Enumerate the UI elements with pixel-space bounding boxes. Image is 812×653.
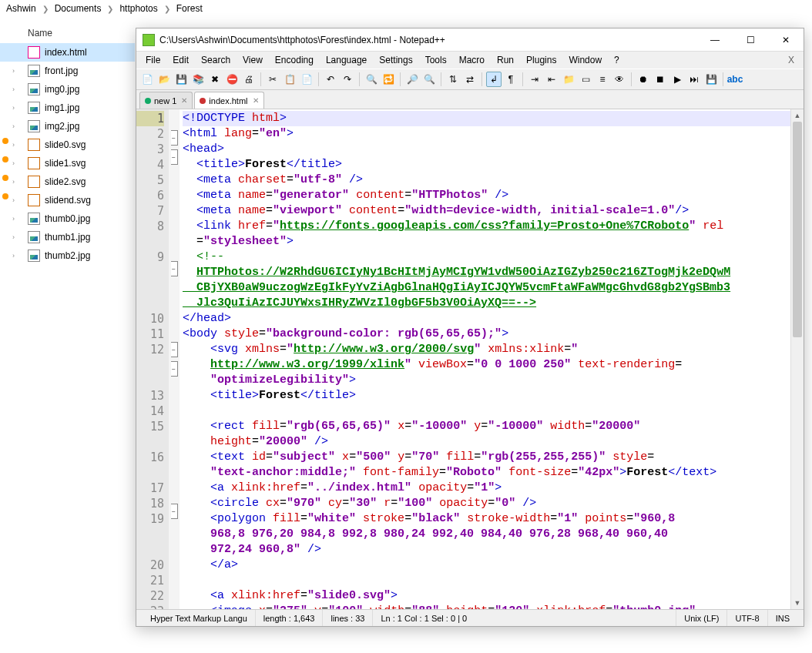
menu-language[interactable]: Language [320, 53, 373, 67]
save-icon[interactable]: 💾 [173, 72, 189, 87]
menu-help[interactable]: ? [608, 53, 626, 67]
menu-search[interactable]: Search [195, 53, 237, 67]
zoom-in-icon[interactable]: 🔎 [404, 72, 420, 87]
file-name: slidend.svg [45, 193, 91, 208]
file-item[interactable]: ›slide0.svg [0, 136, 135, 154]
fold-toggle-icon[interactable]: − [171, 504, 178, 519]
file-item[interactable]: ›img0.jpg [0, 80, 135, 99]
crumb-0[interactable]: Ashwin [6, 3, 36, 14]
save-all-icon[interactable]: 📚 [190, 72, 206, 87]
tab-new1[interactable]: new 1✕ [139, 92, 193, 109]
status-length: length : 1,643 [256, 610, 324, 626]
file-item[interactable]: ›front.jpg [0, 62, 135, 80]
menu-view[interactable]: View [237, 53, 269, 67]
chevron-right-icon: ❯ [39, 5, 52, 13]
statusbar: Hyper Text Markup Langu length : 1,643 l… [136, 609, 804, 626]
expand-icon: › [12, 211, 15, 226]
file-item[interactable]: ›thumb0.jpg [0, 209, 135, 228]
menu-settings[interactable]: Settings [373, 53, 418, 67]
tab-close-icon[interactable]: ✕ [181, 96, 187, 105]
doc-map-icon[interactable]: ▭ [578, 72, 593, 87]
menu-tools[interactable]: Tools [419, 53, 453, 67]
crumb-2[interactable]: httphotos [119, 3, 157, 14]
print-icon[interactable]: 🖨 [241, 72, 257, 87]
vertical-scrollbar[interactable]: ▲ ▼ [790, 109, 804, 609]
file-item[interactable]: ›thumb2.jpg [0, 246, 135, 265]
monitor-icon[interactable]: 👁 [612, 72, 627, 87]
fold-column[interactable]: −−−−−−− [169, 109, 180, 609]
file-item[interactable]: ›img1.jpg [0, 99, 135, 117]
crumb-1[interactable]: Documents [55, 3, 102, 14]
crumb-3[interactable]: Forest [176, 3, 203, 14]
tab-indexhtml[interactable]: index.html✕ [194, 92, 263, 109]
column-header-name[interactable]: Name [0, 25, 135, 43]
file-item[interactable]: ›img2.jpg [0, 117, 135, 136]
expand-icon: › [12, 174, 15, 189]
scroll-up-icon[interactable]: ▲ [791, 109, 804, 122]
scroll-down-icon[interactable]: ▼ [791, 597, 804, 609]
func-list-icon[interactable]: ≡ [595, 72, 610, 87]
menu-run[interactable]: Run [491, 53, 520, 67]
minimize-button[interactable]: — [697, 28, 733, 52]
copy-icon[interactable]: 📋 [282, 72, 297, 87]
new-file-icon[interactable]: 📄 [139, 72, 155, 87]
open-file-icon[interactable]: 📂 [156, 72, 172, 87]
fold-toggle-icon[interactable]: − [171, 261, 178, 276]
paste-icon[interactable]: 📄 [299, 72, 314, 87]
play-multi-icon[interactable]: ⏭ [686, 72, 702, 87]
save-macro-icon[interactable]: 💾 [703, 72, 719, 87]
cut-icon[interactable]: ✂ [265, 72, 280, 87]
fold-toggle-icon[interactable]: − [171, 149, 178, 165]
stop-macro-icon[interactable]: ⏹ [653, 72, 668, 87]
menu-encoding[interactable]: Encoding [269, 53, 320, 67]
file-item[interactable]: ›slide2.svg [0, 172, 135, 191]
indent-icon[interactable]: ⇥ [527, 72, 542, 87]
sync-v-icon[interactable]: ⇅ [445, 72, 461, 87]
tab-close-icon[interactable]: ✕ [253, 96, 259, 105]
menubar-close-icon[interactable]: X [782, 53, 800, 67]
fold-toggle-icon[interactable]: − [171, 130, 178, 146]
status-insert-mode[interactable]: INS [768, 610, 797, 626]
file-name: slide0.svg [45, 137, 86, 152]
spellcheck-icon[interactable]: abc [727, 72, 743, 87]
zoom-out-icon[interactable]: 🔍 [421, 72, 437, 87]
close-all-icon[interactable]: ⛔ [224, 72, 240, 87]
fold-toggle-icon[interactable]: − [171, 342, 178, 357]
undo-icon[interactable]: ↶ [323, 72, 338, 87]
wordwrap-icon[interactable]: ↲ [486, 72, 502, 87]
editor[interactable]: 1234567891011121314151617181920212223 −−… [136, 109, 804, 609]
scrollbar-thumb[interactable] [793, 122, 802, 337]
sync-h-icon[interactable]: ⇄ [462, 72, 478, 87]
record-macro-icon[interactable]: ⏺ [636, 72, 651, 87]
fold-toggle-icon[interactable]: − [171, 361, 178, 377]
menu-window[interactable]: Window [562, 53, 608, 67]
show-chars-icon[interactable]: ¶ [503, 72, 518, 87]
file-item[interactable]: ›slide1.svg [0, 154, 135, 172]
menu-edit[interactable]: Edit [166, 53, 195, 67]
file-name: thumb0.jpg [45, 211, 90, 226]
file-name: thumb1.jpg [45, 229, 90, 245]
breadcrumb[interactable]: Ashwin❯ Documents❯ httphotos❯ Forest [0, 0, 812, 20]
tabbar: new 1✕ index.html✕ [136, 90, 804, 109]
close-button[interactable]: ✕ [768, 28, 804, 52]
status-eol[interactable]: Unix (LF) [676, 610, 727, 626]
status-encoding[interactable]: UTF-8 [727, 610, 767, 626]
file-item[interactable]: index.html [0, 43, 135, 62]
titlebar[interactable]: C:\Users\Ashwin\Documents\httphotos\Fore… [136, 28, 804, 52]
replace-icon[interactable]: 🔁 [381, 72, 396, 87]
file-item[interactable]: ›thumb1.jpg [0, 228, 135, 246]
close-file-icon[interactable]: ✖ [207, 72, 223, 87]
play-macro-icon[interactable]: ▶ [669, 72, 685, 87]
folder-icon[interactable]: 📁 [561, 72, 576, 87]
code-area[interactable]: <!DOCTYPE html><html lang="en"><head> <t… [180, 109, 804, 609]
menu-plugins[interactable]: Plugins [520, 53, 562, 67]
expand-icon: › [12, 229, 15, 245]
maximize-button[interactable]: ☐ [733, 28, 768, 52]
menu-file[interactable]: File [139, 53, 166, 67]
find-icon[interactable]: 🔍 [364, 72, 379, 87]
file-item[interactable]: ›slidend.svg [0, 191, 135, 209]
outdent-icon[interactable]: ⇤ [544, 72, 559, 87]
chevron-right-icon: ❯ [104, 5, 116, 13]
redo-icon[interactable]: ↷ [340, 72, 355, 87]
menu-macro[interactable]: Macro [453, 53, 491, 67]
